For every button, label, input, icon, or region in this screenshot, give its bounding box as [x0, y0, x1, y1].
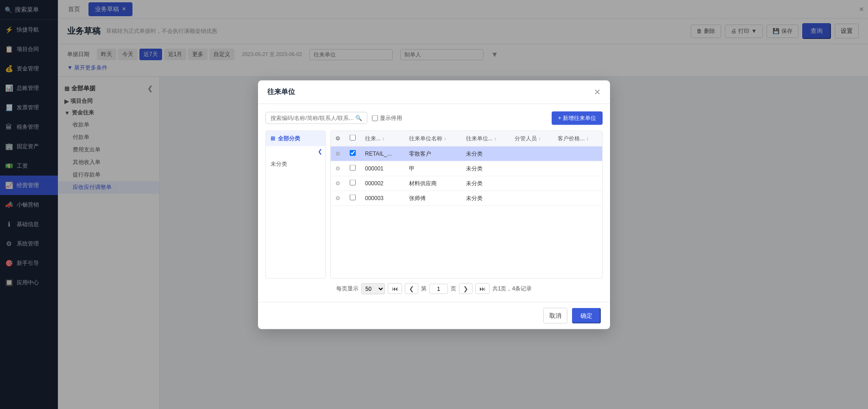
modal-left-item-label: 未分类: [270, 160, 287, 168]
td-name: 张师傅: [404, 191, 461, 206]
td-manager: [510, 191, 553, 206]
modal-search-input[interactable]: [270, 115, 353, 121]
page-label-second: 页: [451, 285, 456, 293]
td-price: [553, 161, 602, 176]
th-price: 客户价格... ↕: [553, 131, 602, 146]
first-page-btn[interactable]: ⏮: [388, 283, 402, 294]
modal-footer: 取消 确定: [258, 302, 610, 329]
row-checkbox[interactable]: [350, 165, 356, 171]
row-settings-icon[interactable]: ⚙: [335, 165, 340, 172]
select-all-checkbox[interactable]: [350, 135, 356, 141]
td-manager: [510, 146, 553, 161]
table-row[interactable]: ⚙ 000002 材料供应商 未分类: [331, 176, 602, 191]
prev-page-btn[interactable]: ❮: [405, 283, 418, 294]
row-checkbox[interactable]: [350, 150, 356, 156]
show-disabled-checkbox-group: 显示停用: [372, 114, 402, 122]
sort-cat-icon: ↕: [494, 136, 497, 141]
modal-pagination: 每页显示 50 100 ⏮ ❮ 第 页 ❯ ⏭ 共1页，4条记录: [265, 283, 603, 294]
show-disabled-label: 显示停用: [380, 114, 402, 122]
td-checkbox: [345, 191, 360, 206]
td-code: 000002: [360, 176, 404, 191]
page-number-input[interactable]: [429, 283, 448, 294]
per-page-select[interactable]: 50 100: [361, 283, 385, 294]
th-manager: 分管人员 ↕: [510, 131, 553, 146]
show-disabled-checkbox[interactable]: [372, 115, 378, 121]
all-categories-icon: ⊞: [270, 135, 275, 142]
modal-left-collapse-btn[interactable]: ❮: [318, 148, 322, 154]
sort-price-icon: ↕: [586, 136, 589, 141]
td-checkbox: [345, 146, 360, 161]
table-row[interactable]: ⚙ 000001 甲 未分类: [331, 161, 602, 176]
td-category: 未分类: [461, 161, 510, 176]
td-price: [553, 176, 602, 191]
table-row[interactable]: ⚙ RETAIL_... 零散客户 未分类: [331, 146, 602, 161]
td-settings: ⚙: [331, 161, 345, 176]
row-settings-icon[interactable]: ⚙: [335, 180, 340, 187]
th-code: 往来... ↕: [360, 131, 404, 146]
cancel-button[interactable]: 取消: [543, 308, 567, 323]
last-page-btn[interactable]: ⏭: [475, 283, 490, 294]
td-category: 未分类: [461, 191, 510, 206]
td-manager: [510, 176, 553, 191]
per-page-label: 每页显示: [336, 285, 359, 293]
td-settings: ⚙: [331, 191, 345, 206]
td-price: [553, 146, 602, 161]
td-settings: ⚙: [331, 146, 345, 161]
td-category: 未分类: [461, 146, 510, 161]
modal-table: ⚙ 往来... ↕ 往来单位名称 ↕ 往来单位... ↕ 分管人员 ↕ 客户价格…: [331, 131, 602, 206]
next-page-btn[interactable]: ❯: [459, 283, 472, 294]
modal-left-item-label: 全部分类: [278, 134, 300, 142]
modal-toolbar: 🔍 显示停用 + 新增往来单位: [265, 111, 603, 125]
row-checkbox[interactable]: [350, 195, 356, 201]
sort-name-icon: ↕: [444, 136, 446, 141]
modal-search-icon: 🔍: [355, 115, 362, 121]
row-settings-icon[interactable]: ⚙: [335, 151, 340, 157]
td-settings: ⚙: [331, 176, 345, 191]
modal-layout: ⊞ 全部分类 ❮ 未分类 ⚙ 往来... ↕: [265, 130, 603, 278]
settings-icon[interactable]: ⚙: [335, 135, 340, 142]
modal-header: 往来单位 ✕: [258, 80, 610, 104]
td-code: 000003: [360, 191, 404, 206]
td-manager: [510, 161, 553, 176]
td-name: 甲: [404, 161, 461, 176]
modal-left-panel: ⊞ 全部分类 ❮ 未分类: [265, 130, 326, 278]
modal-left-item-all[interactable]: ⊞ 全部分类: [266, 131, 325, 146]
th-checkbox: [345, 131, 360, 146]
modal-body: 🔍 显示停用 + 新增往来单位 ⊞ 全部分类 ❮: [258, 104, 610, 302]
modal-search-wrapper: 🔍: [265, 112, 367, 124]
modal-table-wrap: ⚙ 往来... ↕ 往来单位名称 ↕ 往来单位... ↕ 分管人员 ↕ 客户价格…: [330, 130, 603, 278]
td-name: 材料供应商: [404, 176, 461, 191]
confirm-button[interactable]: 确定: [572, 308, 601, 323]
td-checkbox: [345, 161, 360, 176]
partner-modal: 往来单位 ✕ 🔍 显示停用 + 新增往来单位 ⊞ 全部分类: [258, 80, 610, 329]
table-header-row: ⚙ 往来... ↕ 往来单位名称 ↕ 往来单位... ↕ 分管人员 ↕ 客户价格…: [331, 131, 602, 146]
td-checkbox: [345, 176, 360, 191]
modal-left-item-unclassified[interactable]: 未分类: [266, 156, 325, 171]
page-label-first: 第: [421, 285, 427, 293]
add-partner-label: + 新增往来单位: [558, 114, 596, 122]
modal-close-btn[interactable]: ✕: [594, 87, 601, 97]
add-partner-button[interactable]: + 新增往来单位: [552, 111, 603, 125]
td-code: RETAIL_...: [360, 146, 404, 161]
td-price: [553, 191, 602, 206]
row-settings-icon[interactable]: ⚙: [335, 195, 340, 201]
sort-mgr-icon: ↕: [539, 136, 541, 141]
th-name: 往来单位名称 ↕: [404, 131, 461, 146]
modal-title: 往来单位: [267, 88, 295, 96]
row-checkbox[interactable]: [350, 180, 356, 186]
td-name: 零散客户: [404, 146, 461, 161]
td-code: 000001: [360, 161, 404, 176]
td-category: 未分类: [461, 176, 510, 191]
sort-code-icon: ↕: [382, 136, 384, 141]
table-row[interactable]: ⚙ 000003 张师傅 未分类: [331, 191, 602, 206]
total-pages-label: 共1页，4条记录: [492, 285, 532, 293]
th-settings: ⚙: [331, 131, 345, 146]
th-category: 往来单位... ↕: [461, 131, 510, 146]
